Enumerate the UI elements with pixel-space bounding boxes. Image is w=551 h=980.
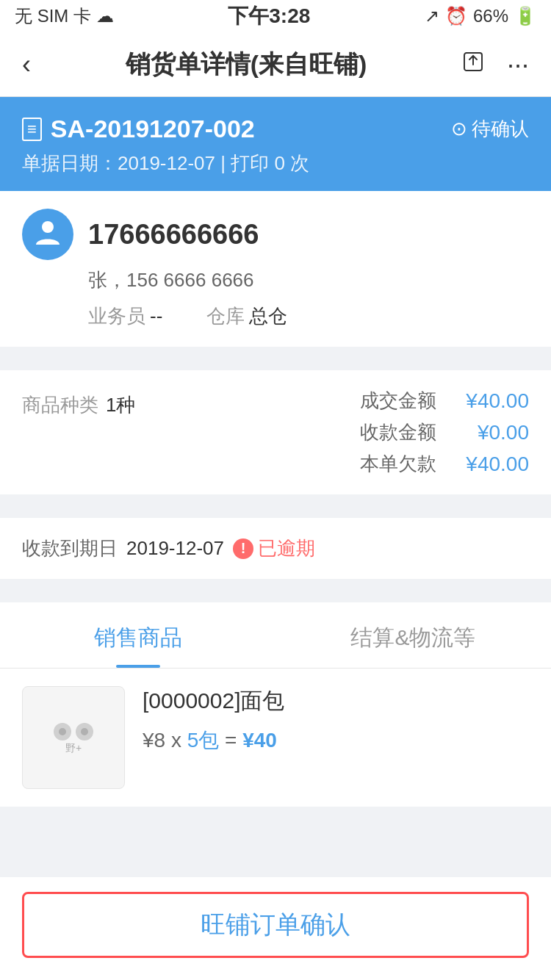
total-text: ¥40	[242, 729, 277, 752]
product-price: ¥8 x 5包 = ¥40	[143, 727, 529, 754]
confirm-order-button[interactable]: 旺铺订单确认	[22, 892, 529, 958]
status-text: 待确认	[472, 116, 529, 142]
equals-text: =	[219, 729, 242, 752]
warehouse-info: 仓库 总仓	[206, 303, 287, 329]
customer-meta: 业务员 -- 仓库 总仓	[88, 303, 529, 329]
due-date-value: 2019-12-07	[126, 537, 224, 560]
svg-point-5	[81, 728, 88, 735]
category-value: 1种	[106, 392, 135, 418]
amount-stats: 成交金额 ¥40.00 收款金额 ¥0.00 本单欠款 ¥40.00	[334, 388, 529, 477]
warehouse-value: 总仓	[249, 303, 287, 329]
owed-amount-label: 本单欠款	[334, 451, 436, 477]
order-header-card: ≡ SA-20191207-002 ⊙ 待确认 单据日期：2019-12-07 …	[0, 97, 551, 191]
category-info: 商品种类 1种	[22, 388, 334, 418]
received-amount-label: 收款金额	[334, 419, 436, 445]
order-id-text: SA-20191207-002	[51, 115, 255, 143]
owed-amount-row: 本单欠款 ¥40.00	[334, 451, 529, 477]
customer-name: 张，156 6666 6666	[88, 267, 529, 293]
stats-section: 商品种类 1种 成交金额 ¥40.00 收款金额 ¥0.00 本单欠款 ¥40.…	[0, 370, 551, 494]
received-amount-value: ¥0.00	[448, 421, 529, 444]
bottom-action-bar: 旺铺订单确认	[0, 877, 551, 980]
more-button[interactable]: ···	[507, 49, 529, 80]
tab-sales-products[interactable]: 销售商品	[0, 602, 276, 668]
product-logo: 野+	[44, 711, 103, 764]
quantity-text: 5包	[187, 729, 220, 752]
salesperson-value: --	[150, 305, 162, 328]
svg-text:野+: 野+	[65, 742, 82, 754]
status-bar-left: 无 SIM 卡 ☁	[15, 4, 114, 28]
order-status: ⊙ 待确认	[451, 116, 529, 142]
customer-phone: 17666666666	[88, 219, 259, 251]
share-button[interactable]	[461, 49, 485, 80]
customer-section: 17666666666 张，156 6666 6666 业务员 -- 仓库 总仓	[0, 191, 551, 347]
page-title: 销货单详情(来自旺铺)	[126, 48, 367, 82]
alarm-icon: ⏰	[445, 6, 467, 26]
salesperson-info: 业务员 --	[88, 303, 162, 329]
customer-phone-row: 17666666666	[22, 209, 529, 260]
status-bar: 无 SIM 卡 ☁ 下午3:28 ↗ ⏰ 66% 🔋	[0, 0, 551, 32]
overdue-badge: ! 已逾期	[233, 536, 315, 561]
owed-amount-value: ¥40.00	[448, 453, 529, 476]
nav-bar: ‹ 销货单详情(来自旺铺) ···	[0, 32, 551, 97]
due-date-label: 收款到期日	[22, 536, 118, 561]
product-section: 野+ [0000002]面包 ¥8 x 5包 = ¥40	[0, 669, 551, 807]
overdue-exclamation-icon: !	[233, 538, 253, 559]
tab-settlement-logistics[interactable]: 结算&物流等	[276, 602, 551, 668]
received-amount-row: 收款金额 ¥0.00	[334, 419, 529, 445]
divider-2	[0, 506, 551, 518]
deal-amount-row: 成交金额 ¥40.00	[334, 388, 529, 414]
status-bar-time: 下午3:28	[228, 2, 310, 30]
order-date: 单据日期：2019-12-07 | 打印 0 次	[22, 151, 529, 176]
divider-1	[0, 359, 551, 370]
battery-level: 66%	[473, 6, 508, 26]
product-details: [0000002]面包 ¥8 x 5包 = ¥40	[143, 686, 529, 754]
due-date-section: 收款到期日 2019-12-07 ! 已逾期	[0, 518, 551, 579]
back-button[interactable]: ‹	[22, 49, 31, 80]
location-icon: ↗	[425, 6, 439, 26]
product-thumbnail: 野+	[22, 686, 125, 789]
tabs-section: 销售商品 结算&物流等	[0, 602, 551, 669]
sim-status: 无 SIM 卡 ☁	[15, 4, 114, 28]
salesperson-label: 业务员	[88, 303, 145, 329]
deal-amount-value: ¥40.00	[448, 389, 529, 413]
category-label: 商品种类	[22, 392, 98, 418]
order-type-icon: ≡	[22, 118, 42, 141]
order-id: ≡ SA-20191207-002	[22, 115, 255, 143]
overdue-label: 已逾期	[258, 536, 315, 561]
price-text: ¥8 x	[143, 729, 187, 752]
status-bar-right: ↗ ⏰ 66% 🔋	[425, 6, 536, 26]
svg-point-1	[42, 221, 54, 233]
order-header-top: ≡ SA-20191207-002 ⊙ 待确认	[22, 115, 529, 143]
avatar	[22, 209, 73, 260]
deal-amount-label: 成交金额	[334, 388, 436, 414]
status-clock-icon: ⊙	[451, 118, 467, 140]
product-item: 野+ [0000002]面包 ¥8 x 5包 = ¥40	[22, 686, 529, 789]
divider-3	[0, 591, 551, 602]
warehouse-label: 仓库	[206, 303, 245, 329]
product-name: [0000002]面包	[143, 686, 529, 716]
svg-point-4	[59, 728, 66, 735]
tabs-header: 销售商品 结算&物流等	[0, 602, 551, 669]
battery-icon: 🔋	[514, 6, 536, 26]
user-icon	[33, 217, 62, 253]
nav-actions: ···	[461, 49, 529, 80]
